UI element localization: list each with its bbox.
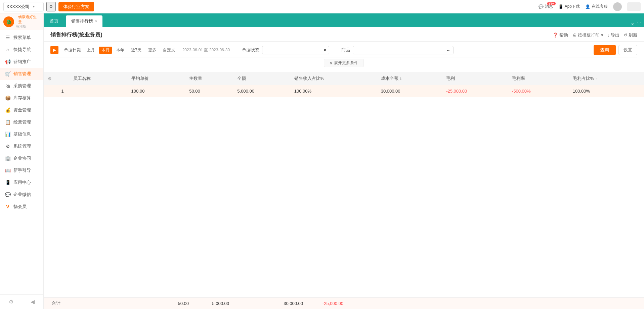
sidebar-item-base-info[interactable]: 📊 基础信息 <box>0 128 43 140</box>
company-name: XXXXX公司 <box>6 4 30 10</box>
query-button[interactable]: 查询 <box>594 45 616 55</box>
finance-icon: 💰 <box>5 107 11 113</box>
date-tab-this-month[interactable]: 本月 <box>99 47 112 54</box>
row-cost: 30,000.00 <box>377 85 442 97</box>
th-sales-pct: 销售收入占比% <box>290 72 377 85</box>
industry-button[interactable]: 体验行业方案 <box>58 2 94 11</box>
tab-home[interactable]: 首页 <box>44 15 65 27</box>
goods-label: 商品 <box>341 47 350 53</box>
status-select[interactable]: ▾ <box>262 46 329 54</box>
app-center-icon: 📱 <box>5 180 11 185</box>
purchase-icon: 🛍 <box>5 83 11 89</box>
expand-conditions-button[interactable]: ∨ 展开更多条件 <box>324 59 364 67</box>
row-amount: 5,000.00 <box>233 85 290 97</box>
sidebar-settings-button[interactable]: ⚙ <box>6 297 16 306</box>
cost-info-icon[interactable]: ℹ <box>400 76 401 81</box>
wechat-icon: 💬 <box>5 192 11 197</box>
sidebar-item-sales[interactable]: 🛒 销售管理 <box>0 68 43 80</box>
sidebar-item-guide[interactable]: 📖 新手引导 <box>0 164 43 176</box>
filter-status-item: 单据状态 ▾ <box>242 46 329 54</box>
sidebar-item-wechat[interactable]: 💬 企业微信 <box>0 189 43 201</box>
sidebar-collapse-button[interactable]: ◀ <box>28 297 37 306</box>
sidebar-item-system[interactable]: ⚙ 系统管理 <box>0 140 43 152</box>
tab-sales-ranking[interactable]: 销售排行榜 × <box>66 15 102 27</box>
refresh-button[interactable]: ↺ 刷新 <box>624 32 637 38</box>
quick-nav-icon: ⌂ <box>5 47 11 52</box>
table-body: 1 100.00 50.00 5,000.00 <box>44 85 644 97</box>
date-tab-7days[interactable]: 近7天 <box>128 47 144 54</box>
goods-select[interactable]: ··· <box>353 46 454 54</box>
company-selector[interactable]: XXXXX公司 ▾ <box>3 2 44 11</box>
enterprise-icon: 🏢 <box>5 156 11 161</box>
sidebar-label-sales: 销售管理 <box>13 71 31 77</box>
print-chevron-icon: ▾ <box>601 33 603 38</box>
sidebar-label-guide: 新手引导 <box>13 167 31 173</box>
filter-toggle-button[interactable]: ▶ <box>50 46 58 54</box>
print-icon: 🖨 <box>572 33 576 38</box>
export-label: 导出 <box>611 32 619 38</box>
settings-button[interactable]: 设置 <box>618 45 637 55</box>
expand-label: 展开更多条件 <box>334 60 358 66</box>
sidebar-item-enterprise[interactable]: 🏢 企业协同 <box>0 152 43 164</box>
help-icon: ❓ <box>553 33 558 38</box>
export-button[interactable]: ↓ 导出 <box>607 32 620 38</box>
online-service-button[interactable]: 👤 在线客服 <box>585 4 608 9</box>
footer-amount: 5,000.00 <box>189 301 229 306</box>
date-tab-more[interactable]: 更多 <box>145 47 159 54</box>
sidebar-item-member[interactable]: V 畅会员 <box>0 201 43 213</box>
footer-row: 合计 50.00 5,000.00 30,000.00 -25,000.00 <box>44 298 644 309</box>
row-sales-pct: 100.00% <box>290 85 377 97</box>
print-label: 按模板打印 <box>578 32 600 38</box>
message-button[interactable]: 💬 消息 99+ <box>539 4 553 9</box>
app-download-button[interactable]: 📱 App下载 <box>558 4 580 9</box>
date-label: 单据日期 <box>64 47 81 53</box>
logo-name: 畅康通好生意 <box>18 14 40 24</box>
avatar[interactable] <box>613 2 622 11</box>
row-qty: 50.00 <box>185 85 233 97</box>
refresh-label: 刷新 <box>629 32 637 38</box>
status-label: 单据状态 <box>242 47 259 53</box>
sidebar-label-purchase: 采购管理 <box>13 83 31 89</box>
sidebar-label-search-order: 搜索菜单 <box>13 35 31 41</box>
tab-window-max-icon[interactable]: ⛶ <box>637 21 641 27</box>
logo-icon: 🐉 <box>3 16 14 27</box>
tab-label: 销售排行榜 <box>71 18 93 24</box>
sidebar-item-inventory[interactable]: 📦 库存核算 <box>0 92 43 104</box>
sidebar-item-search-order[interactable]: ☰ 搜索菜单 <box>0 32 43 44</box>
date-tab-this-year[interactable]: 本年 <box>114 47 127 54</box>
settings-icon[interactable]: ⚙ <box>46 2 56 11</box>
table-row: 1 100.00 50.00 5,000.00 <box>44 85 644 97</box>
sidebar-label-app-center: 应用中心 <box>13 179 31 186</box>
sidebar-item-marketing[interactable]: 📢 营销推广 <box>0 56 43 68</box>
th-profit-pct: 毛利占比% ↑ <box>569 72 644 85</box>
profit-pct-sort-icon[interactable]: ↑ <box>596 76 598 81</box>
help-button[interactable]: ❓ 帮助 <box>553 32 568 38</box>
footer-qty: 50.00 <box>155 301 189 306</box>
sidebar-label-operation: 经营管理 <box>13 119 31 125</box>
chevron-down-icon: ▾ <box>33 5 35 8</box>
inventory-icon: 📦 <box>5 95 11 101</box>
sidebar-label-finance: 资金管理 <box>13 107 31 113</box>
message-badge: 99+ <box>547 2 556 5</box>
sidebar-item-finance[interactable]: 💰 资金管理 <box>0 104 43 116</box>
row-profit-pct: 100.00% <box>569 85 644 97</box>
column-settings-icon[interactable]: ⚙ <box>48 76 52 81</box>
tab-close-icon[interactable]: × <box>95 19 97 23</box>
sidebar-item-purchase[interactable]: 🛍 采购管理 <box>0 80 43 92</box>
tab-window-close-icon[interactable]: × <box>631 21 634 27</box>
date-tab-last-month[interactable]: 上月 <box>84 47 97 54</box>
base-info-icon: 📊 <box>5 132 11 137</box>
sidebar-item-quick-nav[interactable]: ⌂ 快捷导航 <box>0 44 43 56</box>
date-tab-custom[interactable]: 自定义 <box>160 47 178 54</box>
print-button[interactable]: 🖨 按模板打印 ▾ <box>572 32 603 38</box>
goods-more-icon: ··· <box>447 48 450 53</box>
row-settings-col <box>44 85 56 97</box>
th-cost: 成本全额 ℹ <box>377 72 442 85</box>
table-header-row: ⚙ 员工名称 平均单价 主数量 全额 <box>44 72 644 85</box>
filter-goods-item: 商品 ··· <box>341 46 454 54</box>
sidebar-item-app-center[interactable]: 📱 应用中心 <box>0 176 43 189</box>
service-icon: 👤 <box>585 4 590 9</box>
sidebar-label-system: 系统管理 <box>13 143 31 149</box>
app-icon: 📱 <box>558 4 563 9</box>
sidebar-item-operation[interactable]: 📋 经营管理 <box>0 116 43 128</box>
